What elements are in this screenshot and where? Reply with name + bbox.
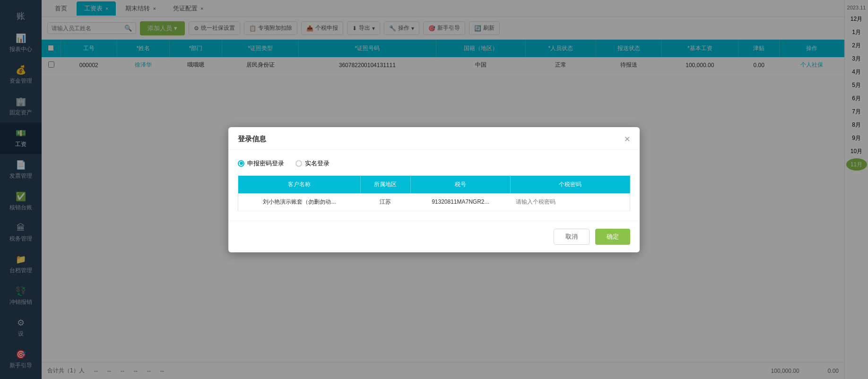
client-password-cell[interactable] <box>510 193 630 211</box>
dialog-header: 登录信息 ✕ <box>228 127 640 150</box>
confirm-button[interactable]: 确定 <box>595 229 630 245</box>
login-type-group: 申报密码登录 实名登录 <box>238 159 630 168</box>
login-dialog: 登录信息 ✕ 申报密码登录 实名登录 <box>228 127 640 252</box>
radio-realname-dot <box>295 160 302 167</box>
dialog-body: 申报密码登录 实名登录 客户名称 所属地区 税号 个税密码 <box>228 150 640 221</box>
dialog-close-button[interactable]: ✕ <box>624 135 630 144</box>
col-region: 所属地区 <box>360 175 410 193</box>
col-client-name: 客户名称 <box>238 175 361 193</box>
password-input[interactable] <box>516 198 624 205</box>
client-taxno-cell: 91320811MA7NGR2... <box>410 193 510 211</box>
radio-password-label: 申报密码登录 <box>247 159 284 168</box>
radio-realname-login[interactable]: 实名登录 <box>295 159 330 168</box>
client-table: 客户名称 所属地区 税号 个税密码 刘小艳演示账套（勿删勿动... 江苏 913… <box>238 175 630 211</box>
radio-password-dot <box>238 160 244 167</box>
cancel-button[interactable]: 取消 <box>554 229 590 245</box>
col-tax-no: 税号 <box>410 175 510 193</box>
col-itax-pwd: 个税密码 <box>510 175 630 193</box>
radio-password-login[interactable]: 申报密码登录 <box>238 159 284 168</box>
client-name-cell: 刘小艳演示账套（勿删勿动... <box>238 193 361 211</box>
dialog-title: 登录信息 <box>238 135 266 144</box>
dialog-overlay: 登录信息 ✕ 申报密码登录 实名登录 <box>0 0 868 379</box>
client-region-cell: 江苏 <box>360 193 410 211</box>
radio-realname-label: 实名登录 <box>305 159 330 168</box>
dialog-footer: 取消 确定 <box>228 221 640 252</box>
client-table-row: 刘小艳演示账套（勿删勿动... 江苏 91320811MA7NGR2... <box>238 193 630 211</box>
